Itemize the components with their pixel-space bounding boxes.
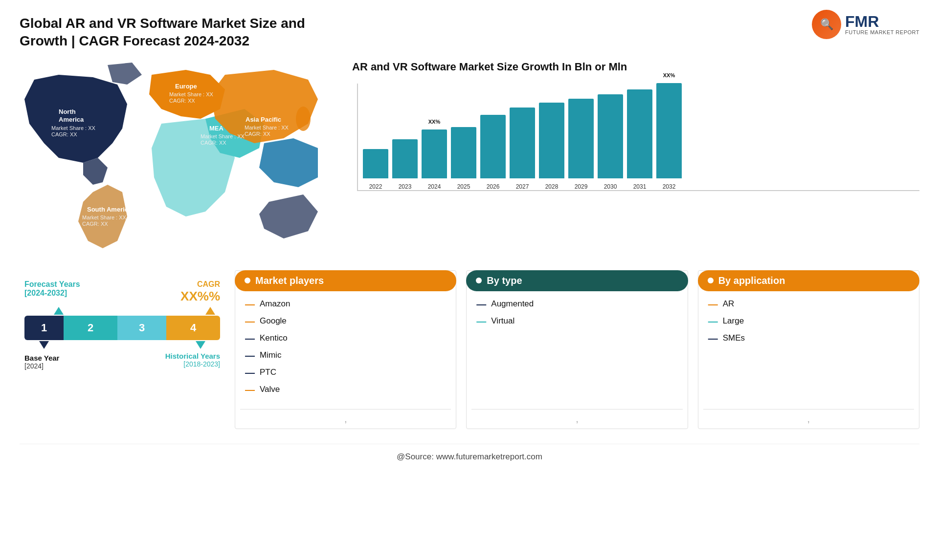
logo: 🔍 FMR FUTURE MARKET REPORT xyxy=(812,10,919,39)
card-item: —SMEs xyxy=(708,333,909,344)
bar-2026 xyxy=(480,115,506,178)
chart-title: AR and VR Software Market Size Growth In… xyxy=(352,60,919,74)
card-dot-by-type xyxy=(476,278,482,283)
bar-2027 xyxy=(510,108,535,178)
card-item-text: Augmented xyxy=(491,299,534,309)
card-item-text: PTC xyxy=(260,367,276,377)
base-year-label: Base Year xyxy=(24,354,59,362)
bar-2025 xyxy=(451,127,476,178)
card-item-text: Amazon xyxy=(260,299,290,309)
logo-subtitle: FUTURE MARKET REPORT xyxy=(845,29,919,35)
card-body-by-application: —AR—Large—SMEs xyxy=(698,291,919,409)
segments-row: 1 2 3 4 xyxy=(24,316,220,340)
bar-year-2028: 2028 xyxy=(545,183,559,190)
triangle-up-row xyxy=(24,307,220,315)
bar-2029 xyxy=(568,99,594,178)
bar-year-2029: 2029 xyxy=(575,183,588,190)
card-item: —Augmented xyxy=(476,299,677,310)
bar-year-2030: 2030 xyxy=(604,183,617,190)
triangle-orange-up xyxy=(205,307,215,315)
bar-group-2029: 2029 xyxy=(568,99,594,190)
card-dash: — xyxy=(708,299,718,310)
card-body-by-type: —Augmented—Virtual xyxy=(467,291,687,409)
bar-group-2027: 2027 xyxy=(510,108,535,190)
segment-1: 1 xyxy=(24,316,64,340)
sa-market: Market Share : XX xyxy=(82,215,127,220)
segment-2: 2 xyxy=(64,316,117,340)
triangle-teal-up xyxy=(54,307,64,315)
mea-label: MEA xyxy=(209,125,224,132)
bar-group-2024: XX%2024 xyxy=(422,129,447,190)
bar-label-2032: XX% xyxy=(663,72,675,78)
bar-year-2025: 2025 xyxy=(457,183,470,190)
bar-year-2027: 2027 xyxy=(516,183,529,190)
na-label2: America xyxy=(59,116,84,123)
card-more-indicator: , xyxy=(698,409,919,429)
card-header-market-players: Market players xyxy=(235,270,456,291)
card-item-text: Valve xyxy=(260,385,280,394)
bar-year-2031: 2031 xyxy=(633,183,647,190)
historical-value: [2018-2023] xyxy=(165,360,220,368)
triangle-down-row xyxy=(24,341,220,349)
card-item: —Large xyxy=(708,316,909,327)
card-title-market-players: Market players xyxy=(255,275,324,286)
cagr-label: CAGR xyxy=(180,280,220,289)
eu-label: Europe xyxy=(175,83,197,90)
card-header-by-application: By application xyxy=(698,270,919,291)
card-item: —Valve xyxy=(245,384,446,395)
forecast-label: Forecast Years xyxy=(24,280,80,289)
card-dot-by-application xyxy=(708,278,714,283)
card-item: —Virtual xyxy=(476,316,677,327)
eu-cagr: CAGR: XX xyxy=(169,98,195,104)
card-dash: — xyxy=(476,316,486,327)
mea-cagr: CAGR: XX xyxy=(201,140,226,146)
base-hist-row: Base Year [2024] Historical Years [2018-… xyxy=(24,352,220,371)
card-dash: — xyxy=(245,299,255,310)
card-item-text: Google xyxy=(260,316,287,326)
bar-2022 xyxy=(363,149,388,178)
segment-4: 4 xyxy=(166,316,220,340)
triangle-dark-down xyxy=(39,341,49,349)
segment-3: 3 xyxy=(117,316,166,340)
card-item: —AR xyxy=(708,299,909,310)
bar-group-2023: 2023 xyxy=(392,139,418,190)
bar-2032: XX% xyxy=(656,83,682,178)
bar-label-2024: XX% xyxy=(428,119,440,125)
card-item-text: SMEs xyxy=(723,333,745,343)
mea-market: Market Share : XX xyxy=(201,133,245,139)
card-dash: — xyxy=(245,350,255,361)
card-title-by-application: By application xyxy=(718,275,785,286)
svg-point-0 xyxy=(296,107,311,131)
card-item: —Amazon xyxy=(245,299,446,310)
card-more-indicator: , xyxy=(235,409,456,429)
na-market: Market Share : XX xyxy=(51,125,96,131)
data-cards: Market players—Amazon—Google—Kentico—Mim… xyxy=(235,270,919,429)
forecast-years: [2024-2032] xyxy=(24,289,80,298)
bar-group-2028: 2028 xyxy=(539,103,564,190)
card-dash: — xyxy=(708,316,718,327)
bar-2030 xyxy=(598,94,623,178)
card-dash: — xyxy=(476,299,486,310)
cagr-value: XX%% xyxy=(180,289,220,304)
historical-label: Historical Years xyxy=(165,352,220,360)
page-title: Global AR and VR Software Market Size an… xyxy=(20,15,352,50)
bar-year-2026: 2026 xyxy=(487,183,500,190)
na-label: North xyxy=(59,108,76,115)
card-dash: — xyxy=(708,333,718,344)
card-item-text: AR xyxy=(723,299,735,309)
card-by-application: By application—AR—Large—SMEs, xyxy=(698,270,919,429)
na-cagr: CAGR: XX xyxy=(51,131,77,137)
source-text: @Source: www.futuremarketreport.com xyxy=(397,452,542,461)
logo-fmr: FMR xyxy=(845,14,919,29)
apac-label: Asia Pacific xyxy=(246,116,281,123)
card-item: —Kentico xyxy=(245,333,446,344)
card-dot-market-players xyxy=(245,278,250,283)
bar-2028 xyxy=(539,103,564,178)
bar-2024: XX% xyxy=(422,129,447,178)
card-item-text: Kentico xyxy=(260,333,288,343)
bar-group-2030: 2030 xyxy=(598,94,623,190)
card-item: —Google xyxy=(245,316,446,327)
eu-market: Market Share : XX xyxy=(169,91,214,97)
source-bar: @Source: www.futuremarketreport.com xyxy=(20,444,919,462)
card-more-indicator: , xyxy=(467,409,687,429)
